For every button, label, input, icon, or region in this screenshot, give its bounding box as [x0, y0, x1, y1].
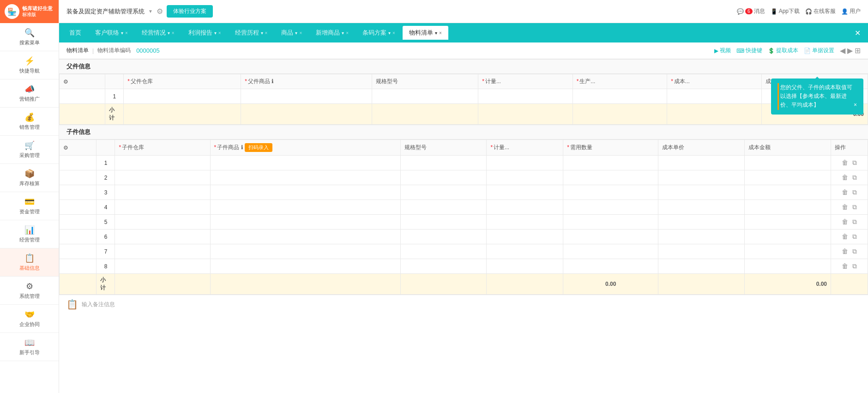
child-row-unit[interactable] [487, 170, 563, 185]
child-row-spec[interactable] [400, 185, 487, 200]
child-row-warehouse[interactable] [115, 170, 210, 185]
parent-row-unit[interactable] [478, 89, 573, 104]
child-row-unit[interactable] [487, 156, 563, 170]
nav-tab-首页[interactable]: 首页 [63, 26, 88, 40]
parent-row-producer[interactable] [573, 89, 667, 104]
child-row-product[interactable] [210, 200, 400, 215]
child-row-spec[interactable] [400, 156, 487, 170]
sidebar-item-经营管理[interactable]: 📊经营管理 [0, 220, 59, 248]
settings-icon[interactable]: ⚙ [157, 7, 163, 16]
prev-icon[interactable]: ◀ [840, 46, 845, 55]
scan-btn[interactable]: 扫码录入 [245, 143, 272, 152]
copy-icon[interactable]: ⧉ [852, 262, 857, 270]
child-row-spec[interactable] [400, 200, 487, 215]
tooltip-close[interactable]: × [854, 101, 857, 109]
delete-icon[interactable]: 🗑 [842, 233, 848, 240]
tab-close[interactable]: × [439, 30, 442, 36]
child-row-spec[interactable] [400, 259, 487, 274]
child-row-unit-cost[interactable] [658, 230, 745, 244]
sidebar-item-企业协同[interactable]: 🤝企业协同 [0, 305, 59, 333]
tab-close[interactable]: × [218, 30, 221, 36]
app-download-item[interactable]: 📱 App下载 [771, 7, 800, 15]
child-row-qty[interactable] [563, 230, 658, 244]
child-row-qty[interactable] [563, 215, 658, 230]
child-row-product[interactable] [210, 244, 400, 259]
child-row-unit-cost[interactable] [658, 170, 745, 185]
nav-tab-商品[interactable]: 商品 ▾ × [275, 26, 308, 40]
child-row-warehouse[interactable] [115, 244, 210, 259]
tab-close[interactable]: × [172, 30, 175, 36]
child-row-warehouse[interactable] [115, 156, 210, 170]
child-row-product[interactable] [210, 156, 400, 170]
tab-close[interactable]: × [125, 30, 128, 36]
child-row-unit-cost[interactable] [658, 215, 745, 230]
delete-icon[interactable]: 🗑 [842, 218, 848, 225]
single-setting-action[interactable]: 📄 单据设置 [804, 47, 834, 54]
child-row-spec[interactable] [400, 230, 487, 244]
sidebar-item-搜索菜单[interactable]: 🔍搜索菜单 [0, 23, 59, 51]
child-row-product[interactable] [210, 230, 400, 244]
sidebar-item-资金管理[interactable]: 💳资金管理 [0, 192, 59, 220]
child-row-spec[interactable] [400, 244, 487, 259]
nav-tab-利润报告[interactable]: 利润报告 ▾ × [182, 26, 228, 40]
next-icon[interactable]: ▶ [847, 46, 853, 55]
user-item[interactable]: 👤 用户 [841, 7, 861, 15]
child-row-warehouse[interactable] [115, 230, 210, 244]
parent-row-cost[interactable] [667, 89, 761, 104]
child-row-qty[interactable] [563, 259, 658, 274]
child-row-warehouse[interactable] [115, 215, 210, 230]
view-action[interactable]: ▶ 视频 [714, 47, 731, 54]
copy-icon[interactable]: ⧉ [852, 174, 857, 181]
child-row-unit[interactable] [487, 244, 563, 259]
sidebar-item-快捷导航[interactable]: ⚡快捷导航 [0, 51, 59, 79]
parent-row-product[interactable] [241, 89, 372, 104]
sidebar-item-新手引导[interactable]: 📖新手引导 [0, 333, 59, 361]
child-row-unit-cost[interactable] [658, 156, 745, 170]
child-row-warehouse[interactable] [115, 259, 210, 274]
child-row-unit-cost[interactable] [658, 259, 745, 274]
copy-icon[interactable]: ⧉ [852, 188, 857, 196]
delete-icon[interactable]: 🗑 [842, 203, 848, 211]
msg-item[interactable]: 💬 6 消息 [737, 7, 765, 15]
note-text[interactable]: 输入备注信息 [82, 301, 115, 308]
child-row-warehouse[interactable] [115, 185, 210, 200]
child-row-qty[interactable] [563, 170, 658, 185]
sidebar-item-营销推广[interactable]: 📣营销推广 [0, 79, 59, 108]
tab-close[interactable]: × [265, 30, 268, 36]
nav-tab-物料清单[interactable]: 物料清单 ▾ × [403, 26, 448, 40]
delete-icon[interactable]: 🗑 [842, 159, 848, 166]
sidebar-item-销售管理[interactable]: 💰销售管理 [0, 108, 59, 136]
child-row-unit[interactable] [487, 200, 563, 215]
delete-icon[interactable]: 🗑 [842, 248, 848, 255]
extract-cost-action[interactable]: 💲 提取成本 [768, 47, 798, 54]
nav-tab-客户联络[interactable]: 客户联络 ▾ × [89, 26, 134, 40]
shortcut-action[interactable]: ⌨ 快捷键 [736, 47, 762, 54]
child-row-qty[interactable] [563, 200, 658, 215]
child-row-qty[interactable] [563, 185, 658, 200]
copy-icon[interactable]: ⧉ [852, 248, 857, 255]
child-row-unit-cost[interactable] [658, 244, 745, 259]
parent-row-spec[interactable] [372, 89, 478, 104]
child-row-product[interactable] [210, 170, 400, 185]
child-row-unit-cost[interactable] [658, 185, 745, 200]
sub-breadcrumb-1[interactable]: 物料清单 [66, 47, 89, 54]
copy-icon[interactable]: ⧉ [852, 159, 857, 166]
child-row-unit[interactable] [487, 185, 563, 200]
child-col-settings[interactable]: ⚙ [60, 140, 96, 156]
parent-row-warehouse[interactable] [124, 89, 241, 104]
child-row-product[interactable] [210, 185, 400, 200]
grid-icon[interactable]: ⊞ [855, 46, 861, 55]
copy-icon[interactable]: ⧉ [852, 218, 857, 225]
child-row-product[interactable] [210, 215, 400, 230]
child-row-unit[interactable] [487, 230, 563, 244]
child-row-qty[interactable] [563, 244, 658, 259]
child-row-unit[interactable] [487, 259, 563, 274]
sidebar-item-库存核算[interactable]: 📦库存核算 [0, 164, 59, 192]
child-row-warehouse[interactable] [115, 200, 210, 215]
tab-close[interactable]: × [392, 30, 395, 36]
child-row-spec[interactable] [400, 170, 487, 185]
parent-col-settings[interactable]: ⚙ [60, 74, 105, 89]
nav-close-btn[interactable]: ✕ [851, 29, 864, 37]
child-row-product[interactable] [210, 259, 400, 274]
nav-tab-经营情况[interactable]: 经营情况 ▾ × [135, 26, 181, 40]
